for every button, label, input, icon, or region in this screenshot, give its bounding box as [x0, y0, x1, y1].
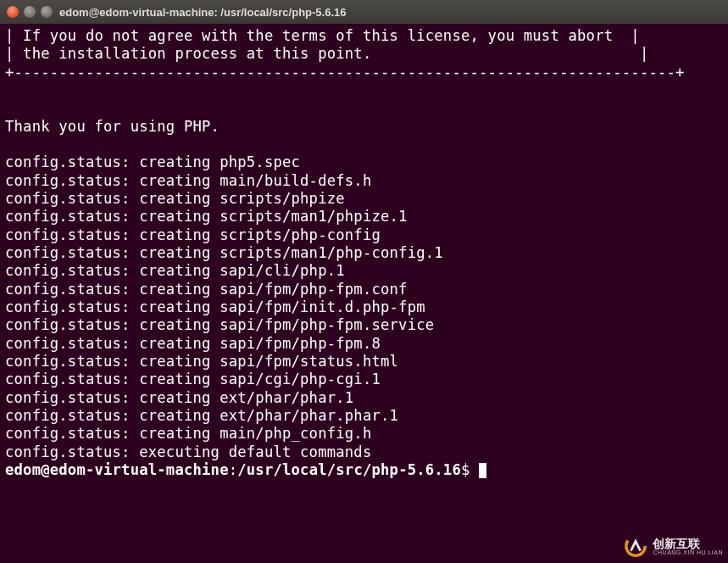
window-controls — [7, 6, 53, 18]
minimize-icon[interactable] — [24, 6, 36, 18]
status-line: config.status: creating scripts/man1/php… — [5, 208, 408, 225]
status-line: config.status: creating sapi/fpm/php-fpm… — [5, 335, 381, 352]
prompt-user-host: edom@edom-virtual-machine — [5, 461, 229, 478]
watermark-cn: 创新互联 — [653, 538, 723, 549]
status-line: config.status: creating main/build-defs.… — [5, 172, 371, 189]
license-line-1: | If you do not agree with the terms of … — [5, 27, 640, 44]
window-title: edom@edom-virtual-machine: /usr/local/sr… — [59, 6, 347, 19]
status-line: config.status: creating sapi/cli/php.1 — [5, 262, 345, 279]
watermark-en: CHUANG XIN HU LIAN — [653, 549, 723, 555]
prompt-dollar: $ — [461, 461, 470, 478]
watermark-text: 创新互联 CHUANG XIN HU LIAN — [653, 538, 723, 555]
status-line: config.status: executing default command… — [5, 443, 371, 460]
watermark: 创新互联 CHUANG XIN HU LIAN — [624, 534, 723, 558]
status-line: config.status: creating sapi/fpm/php-fpm… — [5, 316, 434, 333]
status-line: config.status: creating sapi/fpm/php-fpm… — [5, 281, 408, 298]
status-line: config.status: creating scripts/phpize — [5, 190, 345, 207]
thank-you-line: Thank you for using PHP. — [5, 118, 220, 135]
window-titlebar: edom@edom-virtual-machine: /usr/local/sr… — [0, 0, 728, 24]
watermark-logo-icon — [624, 534, 647, 558]
status-line: config.status: creating sapi/cgi/php-cgi… — [5, 371, 381, 387]
terminal-output[interactable]: | If you do not agree with the terms of … — [0, 24, 728, 479]
prompt-path: /usr/local/src/php-5.6.16 — [237, 461, 461, 478]
status-line: config.status: creating main/php_config.… — [5, 425, 371, 442]
status-line: config.status: creating sapi/fpm/init.d.… — [5, 298, 425, 315]
status-line: config.status: creating scripts/man1/php… — [5, 244, 443, 261]
status-line: config.status: creating ext/phar/phar.1 — [5, 389, 353, 406]
status-line: config.status: creating scripts/php-conf… — [5, 226, 381, 243]
status-line: config.status: creating ext/phar/phar.ph… — [5, 407, 398, 424]
close-icon[interactable] — [7, 6, 19, 18]
prompt-sep: : — [229, 461, 238, 478]
license-line-2: | the installation process at this point… — [5, 45, 648, 62]
license-border: +---------------------------------------… — [5, 64, 685, 81]
cursor-icon — [479, 463, 486, 478]
status-line: config.status: creating sapi/fpm/status.… — [5, 353, 398, 370]
status-line: config.status: creating php5.spec — [5, 153, 300, 170]
maximize-icon[interactable] — [41, 6, 53, 18]
